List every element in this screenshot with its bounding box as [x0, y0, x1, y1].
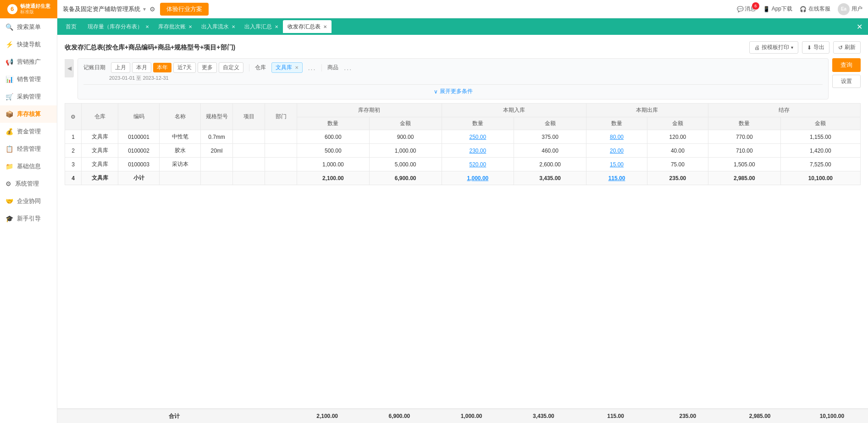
tab-stock-dist[interactable]: 现存量（库存分布表） ✕: [83, 20, 154, 33]
row1-in-amt: 375.00: [514, 130, 586, 144]
expand-more-btn[interactable]: ∨ 展开更多条件: [434, 88, 473, 95]
warehouse-tag-close[interactable]: ✕: [295, 65, 299, 70]
date-btn-more[interactable]: 更多: [198, 62, 217, 73]
row2-opening-qty: 500.00: [297, 144, 370, 158]
sidebar-item-system[interactable]: ⚙ 系统管理: [0, 175, 57, 192]
total-opening-amt: 6,900.00: [363, 413, 435, 419]
settings-button[interactable]: 设置: [832, 75, 861, 88]
sidebar-label-collab: 企业协同: [17, 197, 41, 205]
total-balance-amt: 10,100.00: [796, 413, 868, 419]
row1-code: 0100001: [118, 130, 160, 144]
col-header-spec: 规格型号: [201, 104, 233, 130]
gear-icon[interactable]: ⚙: [149, 5, 155, 13]
sidebar-item-sales[interactable]: 📊 销售管理: [0, 71, 57, 88]
row2-project: [233, 144, 265, 158]
tab-bar: 首页 现存量（库存分布表） ✕ 库存批次账 ✕ 出入库流水 ✕ 出入库汇总 ✕ …: [57, 18, 868, 35]
data-table: ⚙ 仓库 编码 名称 规格型号 项目 部门 库存期初 本期入库 本期出库 结存: [65, 103, 861, 185]
date-btn-custom[interactable]: 自定义: [219, 62, 243, 73]
sidebar-item-search[interactable]: 🔍 搜索菜单: [0, 18, 57, 36]
avatar: Ea: [838, 3, 850, 15]
row3-dept: [265, 158, 297, 171]
sales-icon: 📊: [6, 76, 13, 83]
row1-project: [233, 130, 265, 144]
col-group-opening: 库存期初: [297, 104, 442, 117]
tab-summary-close[interactable]: ✕: [275, 24, 278, 29]
print-button[interactable]: 🖨 按模板打印 ▾: [749, 41, 798, 54]
sidebar-item-finance[interactable]: 💰 资金管理: [0, 123, 57, 140]
row3-spec: [201, 158, 233, 171]
tab-home[interactable]: 首页: [59, 20, 83, 33]
message-badge: 6: [752, 2, 759, 10]
row2-out-qty[interactable]: 20.00: [586, 144, 647, 158]
warehouse-ellipsis[interactable]: ...: [308, 64, 316, 71]
app-download-button[interactable]: 📱 App下载: [763, 5, 792, 13]
query-button[interactable]: 查询: [832, 58, 861, 72]
sidebar-item-business[interactable]: 📋 经营管理: [0, 140, 57, 158]
row1-out-qty[interactable]: 80.00: [586, 130, 647, 144]
tab-stock-dist-label: 现存量（库存分布表）: [88, 23, 143, 31]
warehouse-filter-label: 仓库: [255, 64, 266, 71]
tab-home-label: 首页: [66, 23, 77, 31]
tab-stock-dist-close[interactable]: ✕: [145, 24, 149, 29]
system-dropdown-icon[interactable]: ▾: [143, 6, 146, 12]
tab-flow-close[interactable]: ✕: [232, 24, 235, 29]
online-service-button[interactable]: 🎧 在线客服: [800, 5, 830, 13]
tab-bar-close[interactable]: ✕: [853, 22, 866, 31]
sidebar-item-marketing[interactable]: 📢 营销推广: [0, 53, 57, 71]
filter-collapse-btn[interactable]: ◀: [65, 59, 74, 77]
total-opening-qty: 2,100.00: [291, 413, 363, 419]
total-in-amt: 3,435.00: [508, 413, 580, 419]
finance-icon: 💰: [6, 128, 13, 135]
row3-out-qty[interactable]: 15.00: [586, 158, 647, 171]
tab-batch-label: 库存批次账: [158, 23, 186, 31]
sidebar-label-inventory: 库存核算: [17, 110, 41, 118]
print-dropdown-icon: ▾: [791, 45, 793, 50]
user-button[interactable]: Ea 用户: [838, 3, 862, 15]
row2-dept: [265, 144, 297, 158]
row3-in-qty[interactable]: 520.00: [442, 158, 514, 171]
warehouse-tag[interactable]: 文具库 ✕: [271, 62, 303, 73]
row3-code: 0100003: [118, 158, 160, 171]
sidebar-item-basic[interactable]: 📁 基础信息: [0, 158, 57, 175]
goods-ellipsis[interactable]: ...: [344, 64, 352, 71]
expand-label: 展开更多条件: [440, 88, 473, 95]
date-btn-last-month[interactable]: 上月: [111, 62, 130, 73]
subtotal-balance-qty: 2,985.00: [708, 171, 780, 185]
export-button[interactable]: ⬇ 导出: [802, 41, 829, 54]
date-btn-7days[interactable]: 近7天: [173, 62, 196, 73]
sidebar-item-collab[interactable]: 🤝 企业协同: [0, 192, 57, 210]
row1-opening-amt: 900.00: [369, 130, 442, 144]
export-icon: ⬇: [807, 44, 812, 51]
trial-button[interactable]: 体验行业方案: [160, 3, 209, 16]
tab-recv-send[interactable]: 收发存汇总表 ✕: [283, 20, 332, 33]
date-btn-this-year[interactable]: 本年: [153, 63, 171, 72]
business-icon: 📋: [6, 145, 13, 153]
row2-in-qty[interactable]: 230.00: [442, 144, 514, 158]
message-button[interactable]: 💬 6 消息: [737, 5, 756, 13]
print-icon: 🖨: [754, 44, 760, 51]
tab-batch-close[interactable]: ✕: [188, 24, 192, 29]
sidebar-item-purchase[interactable]: 🛒 采购管理: [0, 88, 57, 105]
col-header-balance-amt: 金额: [780, 117, 860, 130]
subtotal-out-qty[interactable]: 115.00: [586, 171, 647, 185]
tab-flow[interactable]: 出入库流水 ✕: [197, 20, 240, 33]
col-header-in-amt: 金额: [514, 117, 586, 130]
print-label: 按模板打印: [762, 44, 789, 51]
subtotal-in-amt: 3,435.00: [514, 171, 586, 185]
warehouse-tag-text: 文具库: [276, 64, 292, 71]
row2-name: 胶水: [160, 144, 201, 158]
table-row: 3 文具库 0100003 采访本 1,000.00 5,000.00 520.…: [65, 158, 861, 171]
tab-batch[interactable]: 库存批次账 ✕: [154, 20, 197, 33]
row1-in-qty[interactable]: 250.00: [442, 130, 514, 144]
sidebar-label-newbie: 新手引导: [17, 214, 41, 223]
tab-summary[interactable]: 出入库汇总 ✕: [240, 20, 283, 33]
sidebar-item-newbie[interactable]: 🎓 新手引导: [0, 210, 57, 227]
settings-gear-icon[interactable]: ⚙: [71, 114, 76, 120]
sidebar-item-quick[interactable]: ⚡ 快捷导航: [0, 36, 57, 53]
row1-dept: [265, 130, 297, 144]
refresh-button[interactable]: ↺ 刷新: [833, 41, 861, 54]
date-btn-this-month[interactable]: 本月: [132, 62, 151, 73]
tab-recv-send-close[interactable]: ✕: [323, 24, 327, 29]
sidebar-item-inventory[interactable]: 📦 库存核算: [0, 105, 57, 123]
subtotal-in-qty[interactable]: 1,000.00: [442, 171, 514, 185]
